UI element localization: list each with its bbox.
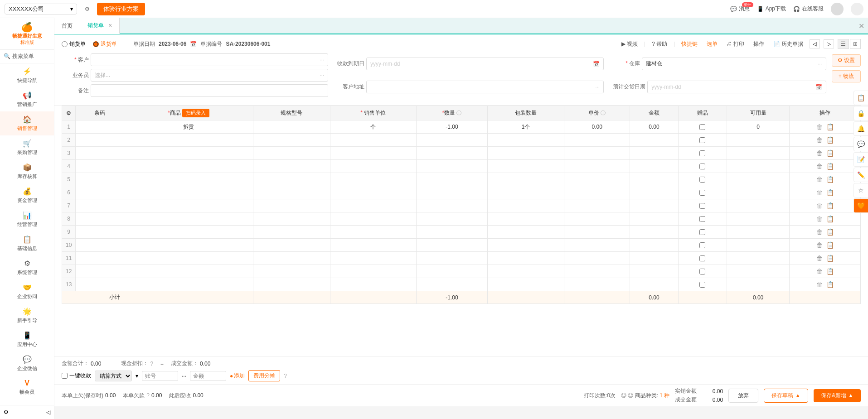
receive-date-cal-icon[interactable]: 📅 — [593, 61, 600, 67]
calendar-icon[interactable]: 📅 — [190, 41, 197, 47]
copy-row-btn[interactable]: 📋 — [825, 241, 835, 250]
row-gift[interactable] — [678, 120, 727, 134]
delete-row-btn[interactable]: 🗑 — [815, 175, 824, 184]
sidebar-item-vip[interactable]: V 畅会员 — [0, 376, 54, 399]
shortcut-btn[interactable]: 快捷键 — [679, 39, 700, 49]
delete-row-btn[interactable]: 🗑 — [815, 162, 824, 171]
side-btn-7[interactable]: ☆ — [853, 183, 868, 197]
save-draft-button[interactable]: 保存草稿 ▲ — [764, 389, 808, 403]
amount-input[interactable] — [190, 371, 226, 381]
prev-btn[interactable]: ◁ — [810, 39, 820, 48]
help-btn[interactable]: ? 帮助 — [649, 39, 670, 49]
warehouse-input[interactable]: 建材仓 ··· — [642, 58, 826, 70]
settings-button[interactable]: ⚙ 设置 — [832, 54, 861, 67]
one-click-pay-check[interactable]: 一键收款 — [62, 372, 91, 380]
side-btn-1[interactable]: 📋 — [853, 91, 868, 105]
row-qty[interactable]: -1.00 — [417, 120, 488, 134]
sidebar-item-sales[interactable]: 🏠 销售管理 — [0, 111, 54, 135]
copy-row-btn[interactable]: 📋 — [825, 201, 835, 210]
select-btn[interactable]: 选单 — [704, 39, 720, 49]
delete-row-btn[interactable]: 🗑 — [815, 241, 824, 250]
total-owe-help[interactable]: ? — [146, 392, 150, 399]
sidebar-item-purchase[interactable]: 🛒 采购管理 — [0, 135, 54, 159]
copy-row-btn[interactable]: 📋 — [825, 227, 835, 236]
avatar[interactable] — [831, 3, 844, 15]
copy-row-btn[interactable]: 📋 — [825, 175, 835, 184]
copy-row-btn[interactable]: 📋 — [825, 267, 835, 276]
row-product[interactable]: 拆贡 — [124, 120, 253, 134]
side-btn-2[interactable]: 🔒 — [853, 106, 868, 120]
expense-split-btn[interactable]: 费用分摊 — [248, 370, 280, 381]
copy-row-btn[interactable]: 📋 — [825, 188, 835, 197]
logistics-button[interactable]: + 物流 — [832, 70, 861, 82]
grid-view-btn[interactable]: ☰ — [838, 39, 849, 49]
row-spec[interactable] — [253, 120, 330, 134]
sidebar-item-enterprise-wechat[interactable]: 💬 企业微信 — [0, 352, 54, 376]
side-btn-6[interactable]: ✏️ — [853, 168, 868, 182]
radio-sales[interactable]: 销货单 — [62, 40, 86, 48]
window-close-icon[interactable]: ✕ — [858, 22, 864, 30]
row-barcode[interactable] — [76, 120, 124, 134]
side-btn-5[interactable]: 📝 — [853, 152, 868, 167]
copy-row-btn[interactable]: 📋 — [825, 122, 835, 131]
sidebar-item-marketing[interactable]: 📢 营销推广 — [0, 87, 54, 111]
sidebar-item-guide[interactable]: 🌟 新手引导 — [0, 303, 54, 327]
message-tool[interactable]: 💬 消息 99+ — [730, 5, 750, 13]
col-settings[interactable]: ⚙ — [62, 106, 76, 120]
search-menu[interactable]: 🔍 搜索菜单 — [0, 50, 54, 63]
copy-row-btn[interactable]: 📋 — [825, 214, 835, 223]
video-btn[interactable]: ▶ 视频 — [619, 39, 640, 49]
row-pkg-qty[interactable]: 1个 — [487, 120, 564, 134]
calc-method-select[interactable]: 结算方式 — [95, 371, 132, 381]
company-selector[interactable]: XXXXXX公司 ▾ — [5, 4, 77, 14]
side-btn-4[interactable]: 💬 — [853, 137, 868, 151]
receive-date-input[interactable]: yyyy-mm-dd 📅 — [366, 58, 604, 70]
expense-help-icon[interactable]: ? — [284, 373, 287, 379]
product-type-value[interactable]: 1 种 — [659, 392, 669, 399]
delete-row-btn[interactable]: 🗑 — [815, 135, 824, 144]
online-service-tool[interactable]: 🎧 在线客服 — [793, 5, 824, 13]
delete-row-btn[interactable]: 🗑 — [815, 254, 824, 263]
delete-row-btn[interactable]: 🗑 — [815, 267, 824, 276]
expected-date-input[interactable]: yyyy-mm-dd 📅 — [647, 81, 826, 93]
customer-input[interactable]: ··· — [91, 53, 328, 66]
delete-row-btn[interactable]: 🗑 — [815, 201, 824, 210]
account-input[interactable] — [142, 371, 178, 381]
tab-close-icon[interactable]: × — [108, 22, 112, 29]
copy-row-btn[interactable]: 📋 — [825, 254, 835, 263]
sidebar-item-system[interactable]: ⚙ 系统管理 — [0, 255, 54, 279]
sidebar-item-basic-info[interactable]: 📋 基础信息 — [0, 231, 54, 255]
delete-row-btn[interactable]: 🗑 — [815, 227, 824, 236]
delete-row-btn[interactable]: 🗑 — [815, 188, 824, 197]
copy-row-btn[interactable]: 📋 — [825, 280, 835, 289]
sidebar-item-app-center[interactable]: 📱 应用中心 — [0, 327, 54, 352]
scan-button[interactable]: 扫码录入 — [182, 109, 209, 117]
sidebar-item-quick-nav[interactable]: ⚡ 快捷导航 — [0, 63, 54, 87]
radio-return[interactable]: 退货单 — [93, 40, 117, 48]
operate-btn[interactable]: 操作 — [751, 39, 767, 49]
add-payment-btn[interactable]: ● 添加 — [230, 372, 245, 380]
avatar2[interactable] — [851, 3, 863, 15]
row-unit[interactable]: 个 — [330, 120, 417, 134]
salesperson-input[interactable]: 选择... ··· — [91, 69, 328, 82]
tab-sales-order[interactable]: 销货单 × — [80, 18, 120, 34]
abandon-button[interactable]: 放弃 — [728, 389, 758, 403]
trial-button[interactable]: 体验行业方案 — [97, 3, 145, 15]
settings-icon[interactable]: ⚙ — [81, 3, 93, 15]
discount-help-icon[interactable]: ? — [150, 361, 153, 367]
expected-date-cal-icon[interactable]: 📅 — [815, 84, 822, 90]
delete-row-btn[interactable]: 🗑 — [815, 214, 824, 223]
settings-bottom-icon[interactable]: ⚙ — [4, 409, 9, 415]
delete-row-btn[interactable]: 🗑 — [815, 280, 824, 289]
delete-row-btn[interactable]: 🗑 — [815, 149, 824, 158]
copy-row-btn[interactable]: 📋 — [825, 149, 835, 158]
next-btn[interactable]: ▷ — [824, 39, 834, 48]
app-download-tool[interactable]: 📱 App下载 — [757, 5, 786, 13]
sidebar-item-finance[interactable]: 💰 资金管理 — [0, 183, 54, 207]
collapse-icon[interactable]: ◁ — [46, 409, 50, 415]
customer-addr-input[interactable]: ··· — [366, 81, 604, 93]
history-btn[interactable]: 📄 历史单据 — [771, 39, 806, 49]
row-price[interactable]: 0.00 — [564, 120, 630, 134]
print-btn[interactable]: 🖨 打印 — [724, 39, 747, 49]
list-view-btn[interactable]: ⊞ — [850, 39, 861, 49]
